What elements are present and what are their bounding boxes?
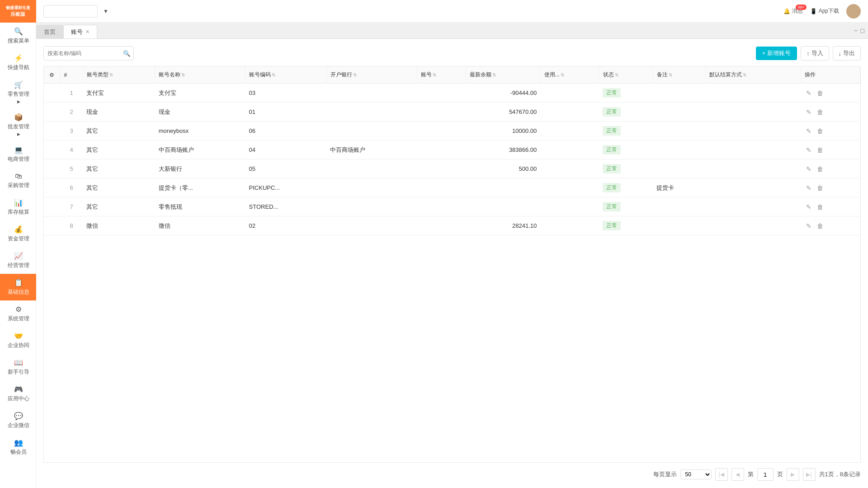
td-default-pay: [706, 178, 801, 197]
td-name: 现金: [155, 103, 245, 122]
td-note: [653, 141, 706, 160]
edit-button-6[interactable]: ✎: [804, 183, 813, 192]
purchase-icon: 🛍: [15, 172, 22, 180]
delete-button-3[interactable]: 🗑: [815, 127, 825, 136]
guide-icon: 📖: [14, 358, 23, 367]
delete-button-6[interactable]: 🗑: [815, 183, 825, 192]
sidebar-item-basic[interactable]: 📋 基础信息: [0, 274, 36, 300]
td-account-no: [417, 197, 466, 216]
td-num: 1: [60, 84, 83, 103]
sidebar-item-operation[interactable]: 📈 经营管理: [0, 247, 36, 274]
th-gear[interactable]: ⚙: [44, 66, 60, 84]
sidebar-item-purchase[interactable]: 🛍 采购管理: [0, 168, 36, 194]
search-input[interactable]: [44, 47, 120, 60]
message-button[interactable]: 🔔 消息 99+: [783, 7, 803, 15]
sidebar-item-search[interactable]: 🔍 搜索菜单: [0, 23, 36, 49]
th-balance[interactable]: 最新余额⇅: [466, 66, 541, 84]
td-code: 06: [245, 122, 327, 141]
th-type[interactable]: 账号类型⇅: [83, 66, 155, 84]
delete-button-7[interactable]: 🗑: [815, 202, 825, 211]
page-first-button[interactable]: |◀: [715, 468, 728, 481]
delete-button-1[interactable]: 🗑: [815, 89, 825, 98]
table-row: 8 微信 微信 02 28241.10 正常 ✎ 🗑: [44, 216, 860, 235]
tab-minimize-button[interactable]: －: [853, 27, 859, 35]
sidebar-item-system[interactable]: ⚙ 系统管理: [0, 300, 36, 327]
edit-button-4[interactable]: ✎: [804, 145, 813, 155]
search-icon: 🔍: [14, 27, 23, 36]
td-account-no: [417, 216, 466, 235]
delete-button-2[interactable]: 🗑: [815, 108, 825, 117]
sidebar-item-retail[interactable]: 🛒 零售管理 ▶: [0, 76, 36, 108]
td-name: 微信: [155, 216, 245, 235]
chevron-down-icon: ▼: [103, 8, 108, 14]
edit-button-3[interactable]: ✎: [804, 127, 813, 136]
sidebar-item-app_center[interactable]: 🎮 应用中心: [0, 380, 36, 407]
sidebar-item-wholesale[interactable]: 📦 批发管理 ▶: [0, 108, 36, 141]
page-prev-button[interactable]: ◀: [731, 468, 744, 481]
system-icon: ⚙: [15, 305, 22, 314]
sidebar-item-label-inventory: 库存核算: [8, 208, 29, 216]
app-download-button[interactable]: 📱 App下载: [810, 7, 839, 15]
page-last-button[interactable]: ▶|: [803, 468, 816, 481]
logo-line2: 乐账版: [6, 11, 30, 17]
td-code: PICKUPC...: [245, 178, 327, 197]
page-size-select[interactable]: 50 20 100 200: [680, 469, 712, 479]
th-account-no[interactable]: 账号⇅: [417, 66, 466, 84]
th-use[interactable]: 使用...⇅: [540, 66, 599, 84]
td-op: ✎ 🗑: [801, 216, 860, 235]
import-label: 导入: [811, 49, 823, 57]
sidebar-item-inventory[interactable]: 📊 库存核算: [0, 194, 36, 221]
page-total: 共1页，8条记录: [819, 470, 861, 479]
td-use: [540, 160, 599, 178]
page-input[interactable]: [757, 468, 774, 481]
sidebar-item-shortcut[interactable]: ⚡ 快捷导航: [0, 49, 36, 76]
sidebar-item-enterprise[interactable]: 🤝 企业协同: [0, 327, 36, 354]
import-button[interactable]: ↑ 导入: [801, 46, 829, 61]
add-account-button[interactable]: + 新增账号: [756, 47, 797, 60]
delete-button-8[interactable]: 🗑: [815, 221, 825, 230]
tab-account-close[interactable]: ✕: [85, 29, 90, 34]
main-area: ▼ 🔔 消息 99+ 📱 App下载 首页 账号 ✕ － □: [36, 0, 868, 488]
th-name[interactable]: 账号名称⇅: [155, 66, 245, 84]
edit-button-8[interactable]: ✎: [804, 221, 813, 230]
sidebar-item-finance[interactable]: 💰 资金管理: [0, 221, 36, 247]
search-button[interactable]: 🔍: [120, 47, 133, 60]
toolbar-right: + 新增账号 ↑ 导入 ↓ 导出: [756, 46, 861, 61]
td-status: 正常: [599, 84, 653, 103]
td-balance: -90444.00: [466, 84, 541, 103]
sidebar-item-member[interactable]: 👥 畅会员: [0, 434, 36, 460]
th-bank[interactable]: 开户银行⇅: [326, 66, 417, 84]
th-note[interactable]: 备注⇅: [653, 66, 706, 84]
delete-button-4[interactable]: 🗑: [815, 145, 825, 155]
delete-button-5[interactable]: 🗑: [815, 164, 825, 174]
edit-button-7[interactable]: ✎: [804, 202, 813, 211]
inventory-icon: 📊: [14, 198, 23, 207]
tab-home[interactable]: 首页: [36, 25, 63, 38]
edit-button-5[interactable]: ✎: [804, 164, 813, 174]
topbar-search-input[interactable]: [43, 5, 98, 18]
th-status[interactable]: 状态⇅: [599, 66, 653, 84]
sidebar-item-corp_wechat[interactable]: 💬 企业微信: [0, 407, 36, 434]
td-default-pay: [706, 84, 801, 103]
topbar-dropdown[interactable]: ▼: [103, 8, 108, 14]
sidebar-item-guide[interactable]: 📖 新手引导: [0, 354, 36, 380]
th-default-pay[interactable]: 默认结算方式⇅: [706, 66, 801, 84]
sidebar-item-label-system: 系统管理: [8, 315, 29, 323]
td-num: 4: [60, 141, 83, 160]
tab-maximize-button[interactable]: □: [861, 27, 864, 35]
td-note: [653, 84, 706, 103]
export-button[interactable]: ↓ 导出: [833, 46, 861, 61]
edit-button-1[interactable]: ✎: [804, 89, 813, 98]
th-code[interactable]: 账号编码⇅: [245, 66, 327, 84]
edit-button-2[interactable]: ✎: [804, 108, 813, 117]
retail-icon: 🛒: [14, 80, 23, 89]
td-type: 其它: [83, 122, 155, 141]
tab-account[interactable]: 账号 ✕: [63, 25, 97, 38]
user-avatar[interactable]: [846, 4, 861, 19]
td-name: 提货卡（零...: [155, 178, 245, 197]
sidebar-item-ecommerce[interactable]: 💻 电商管理: [0, 141, 36, 168]
td-bank: [326, 103, 417, 122]
td-balance: 547670.00: [466, 103, 541, 122]
page-next-button[interactable]: ▶: [787, 468, 799, 481]
td-num: 5: [60, 160, 83, 178]
